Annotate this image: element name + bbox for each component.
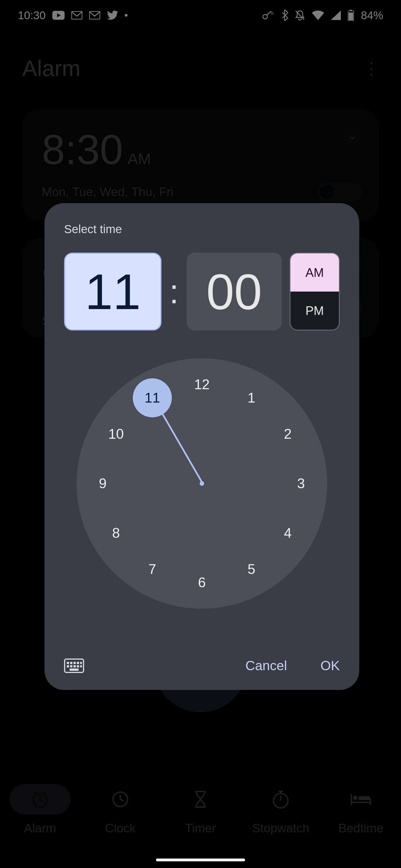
minute-field[interactable]: 00 — [187, 253, 282, 331]
clock-hour-11[interactable]: 11 — [133, 378, 172, 417]
am-button[interactable]: AM — [290, 253, 339, 291]
svg-rect-30 — [74, 662, 76, 664]
clock-hour-7[interactable]: 7 — [138, 555, 166, 583]
svg-rect-38 — [69, 669, 79, 671]
clock-face-wrap: 121234567891011 — [64, 358, 340, 609]
clock-center-dot — [200, 481, 204, 486]
clock-hour-12[interactable]: 12 — [188, 371, 216, 398]
ampm-toggle: AM PM — [290, 253, 340, 331]
cancel-button[interactable]: Cancel — [245, 658, 287, 673]
svg-rect-37 — [80, 665, 82, 668]
clock-hour-8[interactable]: 8 — [102, 519, 130, 547]
dialog-actions: Cancel OK — [64, 658, 340, 673]
time-display-row: 11 : 00 AM PM — [64, 253, 340, 331]
time-colon: : — [169, 275, 178, 308]
clock-hour-5[interactable]: 5 — [237, 555, 265, 583]
dialog-title: Select time — [64, 223, 340, 236]
clock-hour-6[interactable]: 6 — [188, 569, 216, 596]
svg-rect-33 — [67, 665, 69, 668]
home-indicator[interactable] — [156, 859, 245, 861]
pm-button[interactable]: PM — [290, 291, 339, 330]
keyboard-icon[interactable] — [64, 658, 84, 673]
svg-rect-29 — [70, 662, 73, 664]
svg-rect-34 — [70, 665, 73, 668]
clock-hour-10[interactable]: 10 — [102, 420, 130, 448]
hour-field[interactable]: 11 — [64, 253, 162, 331]
svg-rect-35 — [74, 665, 76, 668]
svg-rect-36 — [77, 665, 79, 668]
clock-face[interactable]: 121234567891011 — [77, 358, 327, 609]
svg-rect-31 — [77, 662, 79, 664]
clock-hour-1[interactable]: 1 — [237, 384, 265, 412]
ok-button[interactable]: OK — [320, 658, 340, 673]
svg-rect-28 — [67, 662, 69, 664]
clock-hour-3[interactable]: 3 — [287, 470, 315, 497]
clock-hour-2[interactable]: 2 — [274, 420, 302, 448]
time-picker-dialog: Select time 11 : 00 AM PM 12123456789101… — [45, 203, 359, 690]
clock-hour-9[interactable]: 9 — [89, 470, 117, 497]
clock-hour-4[interactable]: 4 — [274, 519, 302, 547]
svg-rect-32 — [80, 662, 82, 664]
